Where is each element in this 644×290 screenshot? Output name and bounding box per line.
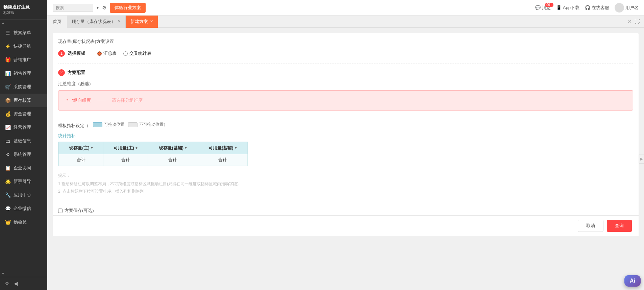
sidebar-item-label: 营销推广: [14, 57, 31, 63]
sidebar-footer: ⚙ ◀: [0, 277, 47, 290]
cell-1: 合计: [59, 154, 103, 166]
dimension-placeholder[interactable]: 请选择分组维度: [112, 97, 143, 103]
tab-new-plan-close-icon[interactable]: ✕: [150, 19, 153, 24]
col-header-3[interactable]: 现存量(基辅) ▾: [148, 142, 198, 154]
section1-header: 1 选择模板 汇总表 交叉统计表: [58, 50, 633, 57]
sidebar-item-search-menu[interactable]: ☰ 搜索菜单: [0, 26, 47, 40]
section1-num: 1: [58, 50, 65, 57]
non-draggable-box: [128, 122, 138, 127]
online-service-label: 在线客服: [592, 5, 609, 11]
panel-expand-icon[interactable]: ⛶: [635, 19, 640, 25]
section-divider-3: [58, 202, 633, 202]
sidebar: 畅康通好生意 标准版 ▲ ☰ 搜索菜单 ⚡ 快捷导航 🎁 营销推广 📊 销售管理…: [0, 0, 47, 290]
sidebar-item-inventory[interactable]: 📦 库存核算: [0, 94, 47, 107]
tabbar: 首页 现存量（库存状况表） ✕ 新建方案 ✕ ✕ ⛶: [47, 16, 644, 28]
radio-cross[interactable]: 交叉统计表: [123, 50, 151, 56]
sidebar-scroll-down[interactable]: ▼: [0, 270, 47, 277]
search-dropdown-icon[interactable]: ▾: [97, 5, 99, 10]
col-header-2[interactable]: 可用量(主) ▾: [103, 142, 148, 154]
radio-cross-label: 交叉统计表: [129, 50, 151, 56]
sidebar-item-enterprise[interactable]: 📋 企业协同: [0, 161, 47, 175]
col-header-4[interactable]: 可用量(基辅) ▾: [198, 142, 247, 154]
collapse-icon[interactable]: ◀: [14, 281, 18, 287]
experience-btn[interactable]: 体验行业方案: [110, 3, 146, 13]
dimension-alert-box: * *纵向维度 —— 请选择分组维度: [58, 90, 633, 111]
radio-summary[interactable]: 汇总表: [97, 50, 117, 56]
section-template: 1 选择模板 汇总表 交叉统计表: [58, 50, 633, 57]
search-input[interactable]: [53, 4, 93, 12]
message-button[interactable]: 💬 消息 99+: [535, 5, 551, 11]
tab-inventory-close-icon[interactable]: ✕: [118, 19, 121, 24]
sidebar-item-guide[interactable]: 🌟 新手引导: [0, 175, 47, 188]
sidebar-item-label: 企业协同: [14, 165, 31, 171]
cancel-button[interactable]: 取消: [578, 220, 603, 232]
ai-bubble[interactable]: Ai: [624, 275, 641, 287]
indicator-settings: 模板指标设定（ 可拖动位置 不可拖动位置）: [58, 122, 633, 129]
non-draggable-legend: 不可拖动位置）: [128, 122, 168, 127]
tip-1-text: 1.拖动标题栏可以调整布局，不可跨维度或指标区域拖动栏目(只能在同一维度或指标区…: [58, 180, 239, 188]
tip-2-text: 2. 点击标题栏下拉可设置排序、插入列和删除列: [58, 188, 144, 195]
tab-inventory[interactable]: 现存量（库存状况表） ✕: [67, 16, 126, 28]
col-header-1[interactable]: 现存量(主) ▾: [59, 142, 103, 154]
tab-home[interactable]: 首页: [47, 16, 67, 28]
topbar-gear-icon[interactable]: ⚙: [102, 5, 106, 11]
sidebar-item-business[interactable]: 📈 经营管理: [0, 121, 47, 134]
panel-close-icon[interactable]: ✕: [627, 18, 632, 25]
business-icon: 📈: [5, 124, 11, 130]
query-button[interactable]: 查询: [607, 220, 632, 232]
topbar-right: 💬 消息 99+ 📱 App下载 🎧 在线客服 用户名: [535, 3, 639, 13]
avatar: [615, 3, 624, 13]
sidebar-item-finance[interactable]: 💰 资金管理: [0, 107, 47, 121]
app-subtitle: 标准版: [3, 10, 44, 15]
quick-nav-icon: ⚡: [5, 43, 11, 49]
radio-cross-input[interactable]: [123, 51, 128, 56]
stats-section-label: 统计指标: [58, 133, 633, 139]
col-4-chevron: ▾: [235, 146, 237, 150]
enterprise-icon: 📋: [5, 165, 11, 171]
dimension-required: *: [67, 98, 68, 103]
sidebar-item-purchase[interactable]: 🛒 采购管理: [0, 80, 47, 94]
online-service-button[interactable]: 🎧 在线客服: [585, 5, 609, 11]
system-icon: ⚙: [5, 151, 11, 158]
tips-section: 提示： 1.拖动标题栏可以调整布局，不可跨维度或指标区域拖动栏目(只能在同一维度…: [58, 172, 633, 195]
tab-home-label: 首页: [53, 19, 61, 25]
membership-icon: 👑: [5, 219, 11, 225]
sidebar-item-membership[interactable]: 👑 畅会员: [0, 215, 47, 229]
radio-summary-input[interactable]: [97, 51, 102, 56]
right-collapse-button[interactable]: ▶: [639, 154, 644, 164]
save-checkbox[interactable]: [58, 209, 63, 213]
finance-icon: 💰: [5, 111, 11, 117]
col-2-label: 可用量(主): [114, 145, 134, 151]
inventory-icon: 📦: [5, 97, 11, 103]
sidebar-item-marketing[interactable]: 🎁 营销推广: [0, 53, 47, 67]
aggregate-label: 汇总维度（必选）: [58, 81, 633, 87]
main-panel: 现存量(库存状况表)方案设置 1 选择模板 汇总表 交叉统计表: [53, 33, 639, 236]
sidebar-item-label: 新手引导: [14, 178, 31, 185]
section-divider-2: [58, 116, 633, 116]
cell-2: 合计: [103, 154, 148, 166]
app-center-icon: 🔧: [5, 192, 11, 198]
sidebar-item-wechat[interactable]: 💬 企业微信: [0, 202, 47, 215]
settings-icon[interactable]: ⚙: [5, 281, 9, 287]
tab-new-plan[interactable]: 新建方案 ✕: [126, 16, 158, 28]
save-option-label: 方案保存(可选): [65, 208, 94, 214]
tip-2: 2. 点击标题栏下拉可设置排序、插入列和删除列: [58, 188, 633, 195]
sidebar-item-basic-info[interactable]: 🗃 基础信息: [0, 134, 47, 148]
app-download-button[interactable]: 📱 App下载: [556, 5, 579, 11]
sidebar-item-label: 经营管理: [14, 124, 31, 130]
sidebar-scroll-up[interactable]: ▲: [0, 20, 47, 26]
user-menu[interactable]: 用户名: [615, 3, 639, 13]
topbar-left: ▾ ⚙ 体验行业方案: [53, 3, 146, 13]
content-area: 现存量(库存状况表)方案设置 1 选择模板 汇总表 交叉统计表: [47, 28, 644, 290]
sidebar-item-sales[interactable]: 📊 销售管理: [0, 67, 47, 80]
user-name: 用户名: [625, 5, 639, 11]
sidebar-item-quick-nav[interactable]: ⚡ 快捷导航: [0, 40, 47, 53]
sidebar-item-app-center[interactable]: 🔧 应用中心: [0, 188, 47, 202]
sidebar-item-label: 畅会员: [14, 219, 27, 225]
sidebar-item-system[interactable]: ⚙ 系统管理: [0, 148, 47, 161]
indicator-label: 模板指标设定（: [58, 123, 89, 128]
tip-1: 1.拖动标题栏可以调整布局，不可跨维度或指标区域拖动栏目(只能在同一维度或指标区…: [58, 180, 633, 188]
sidebar-item-label: 系统管理: [14, 151, 31, 158]
table-data-row: 合计 合计 合计 合计: [59, 154, 248, 166]
message-badge: 99+: [545, 3, 553, 7]
